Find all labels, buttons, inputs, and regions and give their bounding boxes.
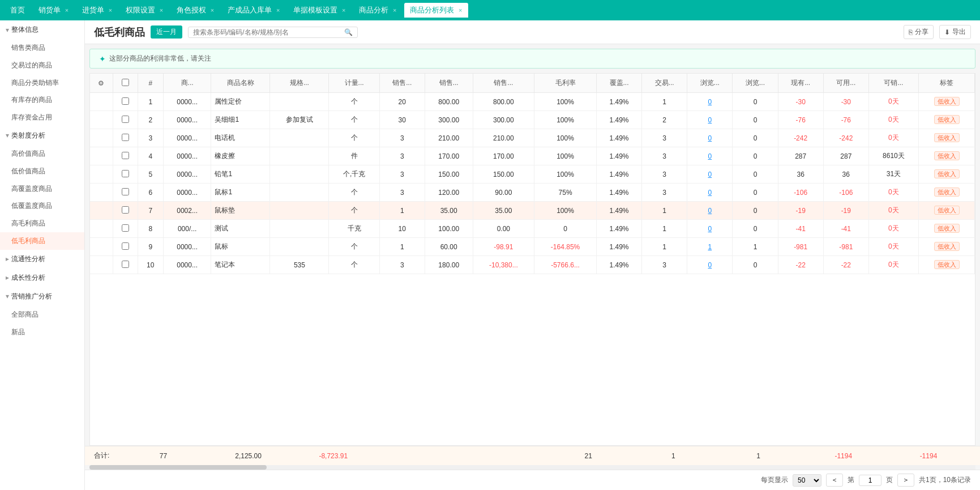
col-available-header[interactable]: 可用...	[823, 74, 868, 93]
nav-home[interactable]: 首页	[5, 3, 31, 18]
current-page-input[interactable]	[859, 475, 881, 486]
row-trade: 1	[642, 202, 687, 220]
col-browse2-header[interactable]: 浏览...	[733, 74, 778, 93]
row-sale-price: 180.00	[425, 256, 473, 274]
sidebar-item-new-goods[interactable]: 新品	[0, 323, 84, 341]
nav-template-close-icon[interactable]: ×	[342, 7, 345, 14]
row-checkbox-cell[interactable]	[113, 165, 138, 184]
sidebar-item-high-coverage[interactable]: 高覆盖度商品	[0, 180, 84, 198]
row-checkbox-cell[interactable]	[113, 93, 138, 111]
sidebar-item-all-goods[interactable]: 全部商品	[0, 306, 84, 323]
table-row: 1 0000... 属性定价 个 20 800.00 800.00 100% 1…	[90, 93, 975, 111]
col-spec-header[interactable]: 规格...	[270, 74, 329, 93]
row-checkbox-cell[interactable]	[113, 147, 138, 165]
share-button[interactable]: ⎘ 分享	[904, 25, 934, 39]
nav-product-inbound[interactable]: 产成品入库单 ×	[222, 3, 285, 18]
row-checkbox-cell[interactable]	[113, 238, 138, 256]
sidebar-group-circulation[interactable]: ▸ 流通性分析	[0, 250, 84, 269]
row-checkbox-cell[interactable]	[113, 129, 138, 147]
col-sellable-header[interactable]: 可销...	[868, 74, 918, 93]
horizontal-scrollbar[interactable]	[89, 465, 975, 470]
row-checkbox[interactable]	[122, 224, 129, 232]
search-input[interactable]	[193, 28, 344, 36]
filter-recent-month-button[interactable]: 近一月	[151, 25, 182, 39]
sidebar-item-sales-goods[interactable]: 销售类商品	[0, 39, 84, 57]
data-table-wrapper[interactable]: ⚙ # 商... 商品名称 规格... 计量... 销售... 销售... 销售…	[89, 73, 975, 446]
row-checkbox[interactable]	[122, 242, 129, 250]
nav-role-auth[interactable]: 角色授权 ×	[171, 3, 220, 18]
row-checkbox[interactable]	[122, 97, 129, 105]
row-browse2: 0	[733, 165, 778, 184]
row-checkbox[interactable]	[122, 261, 129, 268]
row-settings-cell	[90, 147, 113, 165]
row-sellable: 0天	[868, 256, 918, 274]
nav-analysis-close-icon[interactable]: ×	[393, 7, 396, 14]
sidebar-group-growth[interactable]: ▸ 成长性分析	[0, 269, 84, 287]
sidebar-item-category-rate[interactable]: 商品分类助销率	[0, 74, 84, 92]
row-checkbox-cell[interactable]	[113, 202, 138, 220]
sidebar-item-low-margin[interactable]: 低毛利商品	[0, 232, 84, 250]
nav-template-settings[interactable]: 单据模板设置 ×	[288, 3, 351, 18]
sidebar-item-traded-goods[interactable]: 交易过的商品	[0, 57, 84, 74]
prev-page-button[interactable]: ＜	[826, 474, 843, 487]
page-size-label: 每页显示	[761, 475, 788, 485]
sidebar-item-low-coverage[interactable]: 低覆盖度商品	[0, 197, 84, 215]
sidebar-item-high-value[interactable]: 高价值商品	[0, 145, 84, 163]
nav-analysis-list-close-icon[interactable]: ×	[459, 7, 462, 14]
next-page-button[interactable]: ＞	[897, 474, 914, 487]
row-browse1: 0	[687, 129, 733, 147]
nav-product-analysis-list[interactable]: 商品分析列表 ×	[404, 3, 468, 18]
col-cover-rate-header[interactable]: 覆盖...	[596, 74, 641, 93]
col-unit-header[interactable]: 计量...	[329, 74, 379, 93]
col-tag-header[interactable]: 标签	[919, 74, 975, 93]
nav-role-close-icon[interactable]: ×	[211, 7, 214, 14]
row-checkbox[interactable]	[122, 152, 129, 159]
row-checkbox-cell[interactable]	[113, 220, 138, 238]
row-checkbox[interactable]	[122, 170, 129, 177]
col-settings-header[interactable]: ⚙	[90, 74, 113, 93]
row-browse2: 0	[733, 111, 778, 129]
export-button[interactable]: ⬇ 导出	[939, 25, 971, 39]
row-checkbox[interactable]	[122, 206, 129, 214]
sidebar-item-stocked-goods[interactable]: 有库存的商品	[0, 91, 84, 109]
search-icon[interactable]: 🔍	[344, 28, 353, 36]
col-gross-rate-header[interactable]: 毛利率	[534, 74, 597, 93]
sidebar-item-low-value[interactable]: 低价值商品	[0, 163, 84, 180]
nav-sales-close-icon[interactable]: ×	[65, 7, 69, 14]
row-checkbox-cell[interactable]	[113, 111, 138, 129]
sidebar-group-marketing[interactable]: ▾ 营销推广分析	[0, 287, 84, 306]
nav-permissions-close-icon[interactable]: ×	[160, 7, 163, 14]
col-sale-amount-header[interactable]: 销售...	[473, 74, 534, 93]
col-current-header[interactable]: 现有...	[778, 74, 823, 93]
row-settings-cell	[90, 93, 113, 111]
row-checkbox[interactable]	[122, 188, 129, 195]
col-trade-header[interactable]: 交易...	[642, 74, 687, 93]
col-name-header[interactable]: 商品名称	[211, 74, 270, 93]
col-sale-qty-header[interactable]: 销售...	[379, 74, 425, 93]
col-checkbox-header[interactable]	[113, 74, 138, 93]
row-checkbox[interactable]	[122, 116, 129, 123]
sidebar-item-inventory-capital[interactable]: 库存资金占用	[0, 109, 84, 126]
col-code-header[interactable]: 商...	[163, 74, 211, 93]
row-checkbox-cell[interactable]	[113, 256, 138, 274]
col-sale-price-header[interactable]: 销售...	[425, 74, 473, 93]
row-browse2: 0	[733, 93, 778, 111]
sidebar-group-category[interactable]: ▾ 类射度分析	[0, 126, 84, 145]
settings-icon[interactable]: ⚙	[98, 79, 104, 87]
nav-purchase-order[interactable]: 进货单 ×	[76, 3, 118, 18]
row-checkbox-cell[interactable]	[113, 184, 138, 202]
sidebar-item-high-margin[interactable]: 高毛利商品	[0, 215, 84, 232]
row-trade: 1	[642, 93, 687, 111]
page-size-select[interactable]: 50 100	[793, 474, 821, 487]
nav-sales-order[interactable]: 销货单 ×	[33, 3, 74, 18]
row-checkbox[interactable]	[122, 134, 129, 141]
sidebar-group-overview[interactable]: ▾ 整体信息	[0, 20, 84, 39]
row-current: -19	[778, 202, 823, 220]
nav-product-analysis[interactable]: 商品分析 ×	[353, 3, 402, 18]
nav-permissions[interactable]: 权限设置 ×	[120, 3, 169, 18]
nav-product-close-icon[interactable]: ×	[276, 7, 280, 14]
nav-purchase-close-icon[interactable]: ×	[109, 7, 112, 14]
col-browse1-header[interactable]: 浏览...	[687, 74, 733, 93]
scrollbar-thumb[interactable]	[89, 465, 267, 470]
select-all-checkbox[interactable]	[122, 79, 129, 86]
